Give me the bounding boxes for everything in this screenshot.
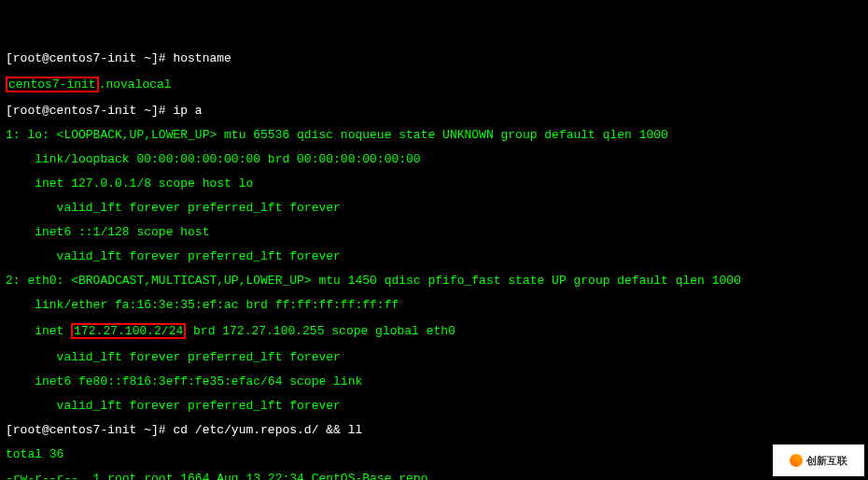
prompt: [root@centos7-init ~]# xyxy=(6,51,173,65)
ip-valid-lft: valid_lft forever preferred_lft forever xyxy=(6,351,862,363)
ip-lo-link: link/loopback 00:00:00:00:00:00 brd 00:0… xyxy=(6,153,862,165)
ip-eth-link: link/ether fa:16:3e:35:ef:ac brd ff:ff:f… xyxy=(6,299,862,311)
ll-file: -rw-r--r--. 1 root root 1664 Aug 13 22:3… xyxy=(6,473,862,480)
ip-eth-header: 2: eth0: <BROADCAST,MULTICAST,UP,LOWER_U… xyxy=(6,275,862,287)
ip-valid-lft: valid_lft forever preferred_lft forever xyxy=(6,202,862,214)
watermark-icon xyxy=(790,454,803,467)
hostname-value-highlight: centos7-init xyxy=(6,77,99,92)
cmd-ip-a: ip a xyxy=(173,104,202,118)
ip-address-highlight: 172.27.100.2/24 xyxy=(71,323,186,339)
watermark: 创新互联 xyxy=(773,445,864,476)
ip-eth-inet6: inet6 fe80::f816:3eff:fe35:efac/64 scope… xyxy=(6,375,862,388)
watermark-text: 创新互联 xyxy=(806,456,847,466)
ip-eth-inet-post: brd 172.27.100.255 scope global eth0 xyxy=(186,324,455,338)
cmd-cd-repos: cd /etc/yum.repos.d/ && ll xyxy=(173,423,362,437)
ip-valid-lft: valid_lft forever preferred_lft forever xyxy=(6,400,862,412)
ll-total: total 36 xyxy=(6,448,862,460)
ip-valid-lft: valid_lft forever preferred_lft forever xyxy=(6,250,862,262)
prompt: [root@centos7-init ~]# xyxy=(6,104,173,118)
ip-eth-inet-pre: inet xyxy=(6,324,71,338)
hostname-suffix: .novalocal xyxy=(99,78,172,92)
ip-lo-inet: inet 127.0.0.1/8 scope host lo xyxy=(6,177,862,190)
prompt: [root@centos7-init ~]# xyxy=(6,423,173,437)
ip-lo-inet6: inet6 ::1/128 scope host xyxy=(6,226,862,238)
ip-lo-header: 1: lo: <LOOPBACK,UP,LOWER_UP> mtu 65536 … xyxy=(6,129,862,141)
cmd-hostname: hostname xyxy=(173,51,231,65)
